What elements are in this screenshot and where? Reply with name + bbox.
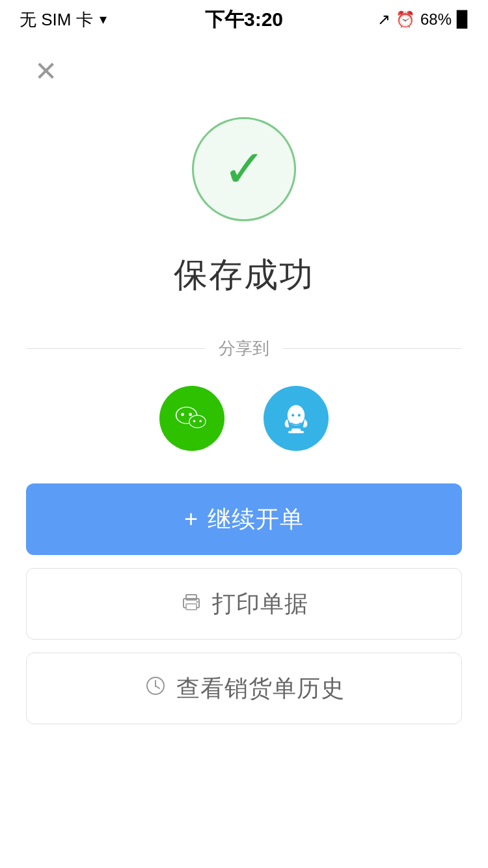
print-order-button[interactable]: 打印单据	[26, 568, 462, 640]
svg-rect-13	[288, 431, 304, 433]
location-icon: ↗	[377, 10, 390, 29]
svg-rect-15	[186, 604, 197, 610]
battery-icon: ▉	[457, 10, 468, 29]
continue-order-button[interactable]: + 继续开单	[26, 483, 462, 555]
status-bar: 无 SIM 卡 ▾ 下午3:20 ↗ ⏰ 68% ▉	[0, 0, 488, 39]
success-title: 保存成功	[174, 252, 314, 298]
view-history-label: 查看销货单历史	[176, 673, 345, 705]
wechat-share-button[interactable]	[159, 386, 224, 451]
svg-point-11	[298, 414, 301, 416]
svg-point-17	[197, 601, 198, 603]
plus-icon: +	[184, 506, 198, 533]
status-left: 无 SIM 卡 ▾	[20, 8, 107, 31]
svg-point-10	[291, 414, 294, 416]
close-icon: ✕	[34, 58, 57, 85]
no-sim-text: 无 SIM 卡	[20, 8, 93, 31]
wifi-icon: ▾	[100, 11, 107, 28]
share-label: 分享到	[219, 337, 269, 360]
qq-icon	[277, 399, 316, 438]
divider-line-left	[26, 348, 206, 349]
divider-line-right	[282, 348, 462, 349]
wechat-icon	[172, 399, 211, 438]
share-icons-row	[26, 386, 462, 451]
continue-order-label: 继续开单	[208, 504, 304, 536]
status-right: ↗ ⏰ 68% ▉	[377, 10, 468, 29]
svg-point-3	[189, 413, 192, 416]
close-button[interactable]: ✕	[26, 52, 65, 91]
printer-icon	[180, 590, 203, 619]
main-content: ✕ ✓ 保存成功 分享到	[0, 39, 488, 724]
history-icon	[144, 674, 167, 703]
status-time: 下午3:20	[205, 7, 283, 33]
svg-point-9	[289, 408, 303, 425]
checkmark-icon: ✓	[223, 143, 266, 195]
battery-text: 68%	[420, 10, 452, 29]
action-buttons: + 继续开单 打印单据 查看销货单历史	[26, 483, 462, 724]
share-divider: 分享到	[26, 337, 462, 360]
svg-point-2	[181, 413, 184, 416]
success-circle: ✓	[192, 117, 296, 221]
view-history-button[interactable]: 查看销货单历史	[26, 653, 462, 724]
close-button-container: ✕	[26, 52, 462, 91]
qq-share-button[interactable]	[264, 386, 329, 451]
svg-line-20	[156, 686, 159, 688]
svg-point-5	[189, 416, 205, 427]
alarm-icon: ⏰	[396, 10, 415, 29]
svg-point-7	[199, 420, 202, 422]
svg-point-6	[193, 420, 196, 422]
share-section: 分享到	[26, 337, 462, 451]
print-order-label: 打印单据	[212, 588, 308, 620]
